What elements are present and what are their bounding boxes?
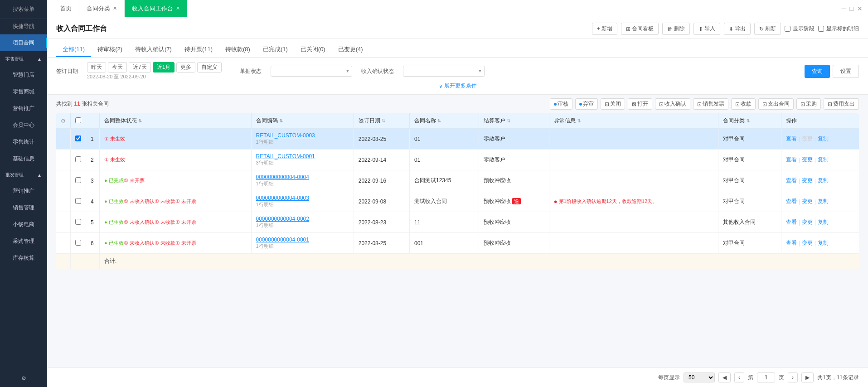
window-close-icon[interactable]: ✕ [857, 5, 863, 12]
prev-page-button[interactable]: ‹ [734, 372, 744, 382]
expand-conditions-button[interactable]: ∨ 展开更多条件 [439, 82, 477, 90]
col-customer[interactable]: 结算客户 ⇅ [479, 113, 549, 129]
op-link-复制[interactable]: 复制 [818, 198, 829, 205]
next-page-button[interactable]: › [788, 372, 798, 382]
refresh-button[interactable]: ↻ 刷新 [754, 23, 781, 35]
filter-tab-pending-invoice[interactable]: 待开票(11) [178, 43, 219, 57]
sidebar-item-purchase-mgmt[interactable]: 采购管理 [0, 233, 47, 250]
open-button[interactable]: ⊠ 打开 [628, 98, 652, 110]
sidebar-item-retail-mall[interactable]: 零售商城 [0, 83, 47, 100]
tab-close-income-contract[interactable]: ✕ [176, 5, 180, 11]
date-btn-custom[interactable]: 自定义 [197, 62, 222, 73]
table-gear-icon[interactable]: ⚙ [61, 118, 66, 124]
op-link-变更[interactable]: 变更 [802, 218, 813, 226]
settings-button[interactable]: 设置 [833, 65, 859, 78]
sidebar-item-retail-mgmt[interactable]: 零售管理 ▲ [0, 51, 47, 67]
op-link-变更[interactable]: 变更 [802, 156, 813, 164]
date-btn-1month[interactable]: 近1月 [153, 62, 175, 73]
contract-code-link[interactable]: RETAIL_CUSTOM-0003 [256, 132, 349, 139]
delete-button[interactable]: 🗑 删除 [662, 23, 690, 35]
tab-contract-category[interactable]: 合同分类 ✕ [79, 0, 125, 17]
col-gear[interactable]: ⚙ [56, 113, 71, 129]
filter-tab-closed[interactable]: 已关闭(0) [294, 43, 332, 57]
filter-tab-completed[interactable]: 已完成(1) [257, 43, 294, 57]
contract-code-link[interactable]: RETAIL_CUSTOM-0001 [256, 153, 349, 160]
sidebar-item-retail-stats[interactable]: 零售统计 [0, 134, 47, 150]
col-status[interactable]: 合同整体状态 ⇅ [100, 113, 252, 129]
op-link-复制[interactable]: 复制 [818, 218, 829, 226]
op-link-查看[interactable]: 查看 [786, 156, 797, 164]
show-fields-check[interactable]: 显示阶段 [785, 25, 815, 33]
collect-payment-button[interactable]: ⊡ 收款 [731, 98, 756, 110]
col-code[interactable]: 合同编码 ⇅ [251, 113, 354, 129]
expense-out-button[interactable]: ⊡ 费用支出 [824, 98, 859, 110]
cell-checkbox[interactable] [71, 170, 86, 191]
op-link-查看[interactable]: 查看 [786, 218, 797, 226]
contract-code-link[interactable]: 0000000000004-0003 [256, 195, 349, 201]
sidebar-item-marketing2[interactable]: 营销推广 [0, 183, 47, 199]
row-checkbox[interactable] [75, 135, 81, 141]
close-button[interactable]: ⊡ 关闭 [601, 98, 625, 110]
sidebar-item-sales-mgmt[interactable]: 销售管理 [0, 199, 47, 216]
date-btn-yesterday[interactable]: 昨天 [87, 62, 106, 73]
cell-checkbox[interactable] [71, 233, 86, 254]
sidebar-item-smart-store[interactable]: 智慧门店 [0, 67, 47, 83]
cell-checkbox[interactable] [71, 212, 86, 233]
income-confirm-button[interactable]: ⊡ 收入确认 [655, 98, 690, 110]
new-button[interactable]: + 新增 [592, 23, 617, 35]
op-link-查看[interactable]: 查看 [786, 135, 797, 143]
sidebar-item-wholesale-mgmt[interactable]: 批发管理 ▲ [0, 167, 47, 183]
window-minimize-icon[interactable]: ─ [842, 5, 846, 12]
select-all-checkbox[interactable] [75, 117, 81, 123]
date-btn-7days[interactable]: 近7天 [129, 62, 151, 73]
op-link-复制[interactable]: 复制 [818, 177, 829, 184]
col-name[interactable]: 合同名称 ⇅ [409, 113, 479, 129]
tab-income-contract[interactable]: 收入合同工作台 ✕ [125, 0, 188, 17]
op-link-查看[interactable]: 查看 [786, 239, 797, 247]
cell-checkbox[interactable] [71, 129, 86, 150]
sidebar-quick-nav[interactable]: 快捷导航 [0, 19, 47, 34]
sidebar-item-project-contract[interactable]: 项目合同 [0, 34, 47, 51]
date-btn-more[interactable]: 更多 [176, 62, 195, 73]
filter-tab-pending-confirm[interactable]: 待收入确认(7) [129, 43, 178, 57]
page-number-input[interactable] [757, 372, 775, 382]
op-link-查看[interactable]: 查看 [786, 177, 797, 184]
first-page-button[interactable]: ◀ [718, 372, 731, 382]
review-button[interactable]: 审核 [550, 98, 572, 110]
row-checkbox[interactable] [75, 240, 81, 246]
sidebar-search[interactable]: 搜索菜单 [0, 0, 47, 19]
cell-checkbox[interactable] [71, 150, 86, 170]
date-btn-today[interactable]: 今天 [108, 62, 127, 73]
query-button[interactable]: 查询 [805, 65, 830, 78]
filter-tab-all[interactable]: 全部(11) [56, 43, 91, 57]
op-link-变更[interactable]: 变更 [802, 198, 813, 205]
op-link-复制[interactable]: 复制 [818, 135, 829, 143]
row-checkbox[interactable] [75, 177, 81, 183]
filter-tab-pending-review[interactable]: 待审核(2) [91, 43, 129, 57]
col-category[interactable]: 合同分类 ⇅ [718, 113, 781, 129]
sidebar-item-stock-calc[interactable]: 库存核算 [0, 250, 47, 266]
op-link-复制[interactable]: 复制 [818, 239, 829, 247]
filter-tab-pending-payment[interactable]: 待收款(8) [219, 43, 257, 57]
contract-code-link[interactable]: 0000000000004-0002 [256, 216, 349, 222]
purchase-button[interactable]: ⊡ 采购 [796, 98, 821, 110]
col-sign-date[interactable]: 签订日期 ⇅ [354, 113, 409, 129]
sidebar-item-xiaowei[interactable]: 小畅电商 [0, 216, 47, 233]
import-button[interactable]: ⬆ 导入 [693, 23, 720, 35]
show-detail-check[interactable]: 显示标的明细 [818, 25, 859, 33]
expense-contract-button[interactable]: ⊡ 支出合同 [758, 98, 794, 110]
sales-invoice-button[interactable]: ⊡ 销售发票 [693, 98, 728, 110]
sidebar-item-member-center[interactable]: 会员中心 [0, 117, 47, 134]
op-link-变更[interactable]: 变更 [802, 239, 813, 247]
filter-tab-changed[interactable]: 已变更(4) [332, 43, 369, 57]
sidebar-item-marketing[interactable]: 营销推广 [0, 100, 47, 117]
tab-home[interactable]: 首页 [53, 0, 79, 17]
abandon-review-button[interactable]: 弃审 [575, 98, 598, 110]
op-link-查看[interactable]: 查看 [786, 198, 797, 205]
op-link-变更[interactable]: 变更 [802, 177, 813, 184]
col-error[interactable]: 异常信息 ⇅ [549, 113, 718, 129]
tab-close-contract-category[interactable]: ✕ [113, 5, 117, 11]
table-scroll-area[interactable]: ⚙ 合同整体状态 ⇅ 合同编码 ⇅ 签订日期 ⇅ 合同名称 ⇅ 结算客户 ⇅ 异… [56, 113, 859, 269]
op-link-复制[interactable]: 复制 [818, 156, 829, 164]
row-checkbox[interactable] [75, 156, 81, 162]
